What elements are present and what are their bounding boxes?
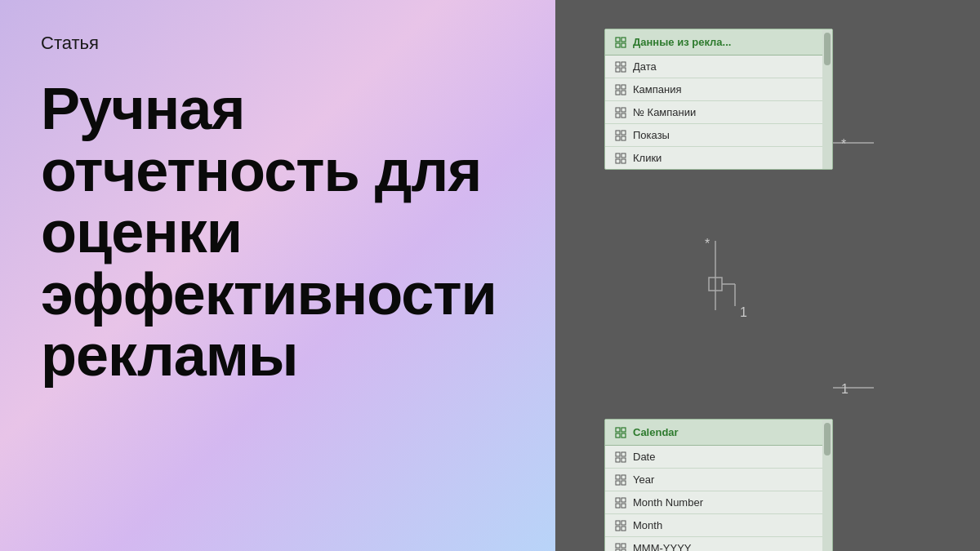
svg-rect-2 (709, 278, 722, 291)
scrollbar-top[interactable] (822, 29, 832, 169)
svg-rect-11 (621, 62, 626, 66)
svg-rect-17 (621, 91, 626, 95)
table-row: № Кампании (605, 101, 824, 124)
row-label: Кампания (633, 83, 682, 96)
svg-rect-38 (616, 475, 620, 479)
svg-rect-30 (616, 428, 620, 432)
svg-rect-25 (621, 136, 626, 140)
row-label: Month (633, 519, 662, 531)
connector-star-right: * (841, 137, 846, 152)
table-card-top: Данные из рекла... Дата Кампания № Кампа… (604, 29, 833, 170)
connector-one-mid: 1 (740, 305, 747, 320)
table-row: Month (605, 514, 824, 537)
svg-rect-34 (616, 452, 620, 456)
row-grid-icon (615, 474, 626, 486)
scrollbar-bottom[interactable] (822, 420, 832, 551)
svg-rect-43 (621, 498, 626, 502)
article-label: Статья (41, 33, 514, 54)
svg-rect-7 (621, 38, 626, 42)
main-title: Ручная отчетность для оценки эффективнос… (41, 78, 514, 387)
svg-rect-46 (616, 521, 620, 525)
svg-rect-50 (616, 544, 620, 548)
svg-rect-16 (616, 91, 620, 95)
svg-rect-42 (616, 498, 620, 502)
row-grid-icon (615, 451, 626, 463)
svg-rect-21 (621, 113, 626, 118)
svg-rect-48 (616, 527, 620, 531)
svg-rect-31 (621, 428, 626, 432)
left-panel: Статья Ручная отчетность для оценки эффе… (0, 0, 555, 551)
svg-rect-22 (616, 131, 620, 135)
row-grid-icon (615, 543, 626, 552)
table-row: Показы (605, 124, 824, 147)
row-grid-icon (615, 107, 626, 118)
svg-rect-49 (621, 527, 626, 531)
table-row: Month Number (605, 491, 824, 514)
row-label: Year (633, 473, 654, 486)
row-label: MMM-YYYY (633, 542, 692, 551)
grid-icon-bottom (615, 427, 626, 438)
right-panel: * * 1 1 Данные из рекла... Дата (555, 0, 980, 551)
table-row: MMM-YYYY (605, 537, 824, 551)
row-label: Показы (633, 129, 670, 141)
svg-rect-40 (616, 481, 620, 485)
grid-icon-top (615, 37, 626, 48)
row-label: Клики (633, 152, 662, 164)
row-grid-icon (615, 84, 626, 96)
svg-rect-18 (616, 108, 620, 112)
table-row: Date (605, 446, 824, 469)
table-card-bottom-body: Date Year Month Number Month (605, 446, 824, 551)
row-grid-icon (615, 153, 626, 164)
svg-rect-19 (621, 108, 626, 112)
table-card-top-body: Дата Кампания № Кампании Показы (605, 56, 824, 169)
svg-rect-12 (616, 68, 620, 72)
row-grid-icon (615, 61, 626, 73)
table-row: Year (605, 469, 824, 491)
svg-rect-24 (616, 136, 620, 140)
svg-rect-35 (621, 452, 626, 456)
scrollbar-thumb-top (824, 33, 831, 65)
svg-rect-36 (616, 458, 620, 462)
svg-rect-10 (616, 62, 620, 66)
svg-rect-14 (616, 85, 620, 89)
svg-rect-26 (616, 153, 620, 158)
svg-rect-8 (616, 43, 620, 47)
table-card-top-header: Данные из рекла... (605, 29, 832, 56)
svg-rect-29 (621, 159, 626, 163)
row-grid-icon (615, 497, 626, 509)
row-label: Month Number (633, 496, 703, 509)
row-label: Date (633, 451, 655, 463)
svg-rect-20 (616, 113, 620, 118)
svg-rect-32 (616, 433, 620, 438)
svg-rect-27 (621, 153, 626, 158)
table-card-top-title: Данные из рекла... (633, 36, 731, 48)
svg-rect-15 (621, 85, 626, 89)
svg-rect-28 (616, 159, 620, 163)
table-card-bottom: Calendar Date Year Month Number (604, 419, 833, 551)
row-grid-icon (615, 520, 626, 531)
table-card-bottom-title: Calendar (633, 426, 679, 438)
row-grid-icon (615, 130, 626, 141)
svg-rect-41 (621, 481, 626, 485)
svg-rect-23 (621, 131, 626, 135)
table-card-bottom-header: Calendar (605, 420, 832, 446)
scrollbar-thumb-bottom (824, 423, 831, 455)
svg-rect-37 (621, 458, 626, 462)
svg-rect-51 (621, 544, 626, 548)
row-label: № Кампании (633, 106, 696, 118)
table-row: Кампания (605, 78, 824, 101)
svg-rect-13 (621, 68, 626, 72)
connector-star-mid: * (705, 237, 710, 251)
table-row: Клики (605, 147, 824, 169)
svg-rect-9 (621, 43, 626, 47)
table-row: Дата (605, 56, 824, 78)
svg-rect-44 (616, 504, 620, 508)
svg-rect-6 (616, 38, 620, 42)
svg-rect-39 (621, 475, 626, 479)
row-label: Дата (633, 60, 657, 73)
svg-rect-45 (621, 504, 626, 508)
svg-rect-47 (621, 521, 626, 525)
svg-rect-33 (621, 433, 626, 438)
connector-one-right: 1 (841, 382, 849, 397)
